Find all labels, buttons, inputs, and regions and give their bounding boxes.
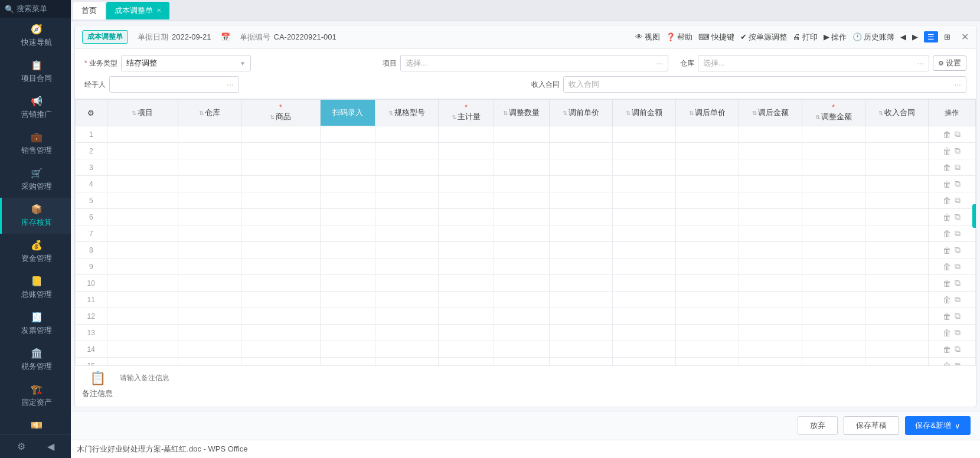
taskbar-wps-label[interactable]: 木门行业好业财处理方案-墓红红.doc - WPS Office (77, 444, 247, 453)
row-income-8[interactable] (865, 242, 928, 259)
row-prev-price-6[interactable] (549, 209, 612, 225)
th-new-amt[interactable]: ⇅调后金额 (739, 100, 802, 126)
row-qty-5[interactable] (494, 192, 549, 209)
row-adj-amt-10[interactable] (802, 275, 865, 292)
row-income-3[interactable] (865, 159, 928, 176)
row-scan-5[interactable] (320, 192, 375, 209)
row-prev-price-1[interactable] (549, 126, 612, 143)
row-new-price-4[interactable] (675, 176, 739, 192)
row-qty-10[interactable] (494, 275, 549, 292)
row-prev-amt-9[interactable] (612, 259, 675, 275)
row-spec-15[interactable] (375, 358, 439, 366)
row-qty-14[interactable] (494, 341, 549, 358)
th-prev-amt[interactable]: ⇅调前金额 (612, 100, 675, 126)
row-warehouse-6[interactable] (178, 209, 241, 225)
row-new-amt-14[interactable] (739, 341, 802, 358)
row-spec-9[interactable] (375, 259, 439, 275)
close-btn[interactable]: ✕ (961, 31, 969, 42)
row-scan-14[interactable] (320, 341, 375, 358)
sidebar-item-ledger-mgmt[interactable]: 📒 总账管理 (0, 270, 71, 306)
th-income[interactable]: ⇅收入合同 (865, 100, 928, 126)
discard-button[interactable]: 放弃 (798, 416, 838, 435)
operate-btn[interactable]: ▶ 操作 (824, 32, 847, 42)
sidebar-item-project-contract[interactable]: 📋 项目合同 (0, 54, 71, 90)
row-prev-amt-14[interactable] (612, 341, 675, 358)
row-spec-12[interactable] (375, 308, 439, 325)
delete-icon-9[interactable]: 🗑 (943, 262, 951, 271)
row-unit-15[interactable] (439, 358, 494, 366)
row-prev-amt-1[interactable] (612, 126, 675, 143)
row-income-9[interactable] (865, 259, 928, 275)
row-project-8[interactable] (107, 242, 178, 259)
delete-icon-14[interactable]: 🗑 (943, 345, 951, 354)
row-warehouse-2[interactable] (178, 143, 241, 159)
row-income-1[interactable] (865, 126, 928, 143)
row-warehouse-15[interactable] (178, 358, 241, 366)
row-product-4[interactable] (241, 176, 320, 192)
row-new-amt-10[interactable] (739, 275, 802, 292)
row-unit-8[interactable] (439, 242, 494, 259)
row-new-amt-3[interactable] (739, 159, 802, 176)
row-spec-14[interactable] (375, 341, 439, 358)
row-spec-13[interactable] (375, 325, 439, 341)
row-warehouse-8[interactable] (178, 242, 241, 259)
row-income-6[interactable] (865, 209, 928, 225)
row-scan-15[interactable] (320, 358, 375, 366)
row-new-price-14[interactable] (675, 341, 739, 358)
row-qty-2[interactable] (494, 143, 549, 159)
row-spec-1[interactable] (375, 126, 439, 143)
row-spec-8[interactable] (375, 242, 439, 259)
row-new-amt-8[interactable] (739, 242, 802, 259)
row-income-2[interactable] (865, 143, 928, 159)
row-prev-amt-7[interactable] (612, 225, 675, 242)
row-income-10[interactable] (865, 275, 928, 292)
collapse-icon[interactable]: ◀ (47, 441, 54, 452)
copy-icon-11[interactable]: ⧉ (955, 295, 961, 305)
row-new-price-10[interactable] (675, 275, 739, 292)
tab-home[interactable]: 首页 (73, 2, 105, 19)
row-new-price-13[interactable] (675, 325, 739, 341)
row-warehouse-4[interactable] (178, 176, 241, 192)
row-project-14[interactable] (107, 341, 178, 358)
delete-icon-11[interactable]: 🗑 (943, 295, 951, 305)
th-qty[interactable]: ⇅调整数量 (494, 100, 549, 126)
row-adj-amt-11[interactable] (802, 292, 865, 308)
row-new-amt-5[interactable] (739, 192, 802, 209)
sidebar-item-sales-promo[interactable]: 📢 营销推广 (0, 90, 71, 126)
notes-input[interactable] (117, 371, 969, 392)
copy-icon-4[interactable]: ⧉ (955, 179, 961, 189)
row-product-10[interactable] (241, 275, 320, 292)
copy-icon-15[interactable]: ⧉ (955, 361, 961, 365)
save-draft-button[interactable]: 保存草稿 (844, 416, 899, 435)
th-adj-amt[interactable]: ⇅调整金额 (802, 100, 865, 126)
row-prev-amt-3[interactable] (612, 159, 675, 176)
row-unit-4[interactable] (439, 176, 494, 192)
row-qty-6[interactable] (494, 209, 549, 225)
row-scan-6[interactable] (320, 209, 375, 225)
row-project-9[interactable] (107, 259, 178, 275)
row-prev-price-2[interactable] (549, 143, 612, 159)
row-unit-3[interactable] (439, 159, 494, 176)
sidebar-item-inventory[interactable]: 📦 库存核算 (0, 198, 71, 234)
copy-icon-12[interactable]: ⧉ (955, 311, 961, 321)
delete-icon-2[interactable]: 🗑 (943, 146, 951, 156)
row-prev-price-7[interactable] (549, 225, 612, 242)
row-warehouse-9[interactable] (178, 259, 241, 275)
delete-icon-15[interactable]: 🗑 (943, 361, 951, 366)
sidebar-item-quick-nav[interactable]: 🧭 快速导航 (0, 18, 71, 54)
row-product-3[interactable] (241, 159, 320, 176)
sidebar-item-tax-mgmt[interactable]: 🏛️ 税务管理 (0, 342, 71, 378)
row-new-price-7[interactable] (675, 225, 739, 242)
row-qty-11[interactable] (494, 292, 549, 308)
copy-icon-8[interactable]: ⧉ (955, 245, 961, 255)
copy-icon-3[interactable]: ⧉ (955, 162, 961, 172)
row-unit-12[interactable] (439, 308, 494, 325)
row-unit-6[interactable] (439, 209, 494, 225)
row-income-5[interactable] (865, 192, 928, 209)
th-unit[interactable]: ⇅主计量 (439, 100, 494, 126)
row-new-amt-2[interactable] (739, 143, 802, 159)
row-scan-4[interactable] (320, 176, 375, 192)
th-spec[interactable]: ⇅规格型号 (375, 100, 439, 126)
row-product-1[interactable] (241, 126, 320, 143)
settings-icon[interactable]: ⚙ (17, 441, 25, 452)
